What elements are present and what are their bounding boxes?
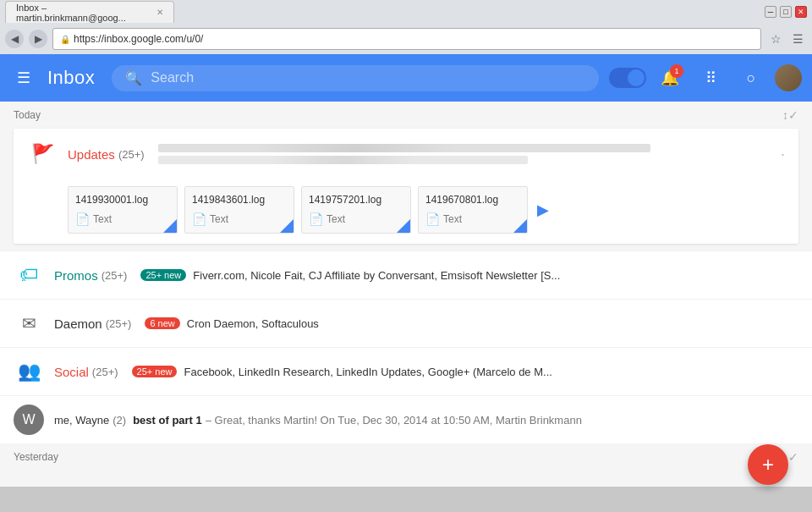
promos-label: Promos	[54, 268, 98, 283]
menu-icon[interactable]: ☰	[788, 30, 807, 48]
attachment-2-filename: 1419843601.log	[185, 187, 294, 209]
tab-close-btn[interactable]: ✕	[156, 8, 163, 17]
promos-row[interactable]: 🏷 Promos (25+) 25+ new Fiverr.com, Nicol…	[0, 250, 812, 299]
more-attachments-icon[interactable]: ▶	[535, 186, 551, 234]
doc-icon-4: 📄	[425, 212, 440, 226]
star-icon[interactable]: ☆	[766, 30, 785, 48]
maximize-btn[interactable]: □	[780, 6, 792, 18]
preview-blur-1	[158, 144, 651, 152]
attachment-2[interactable]: 1419843601.log 📄 Text	[184, 186, 294, 234]
yesterday-label: Yesterday	[14, 451, 58, 463]
daemon-icon: ✉	[14, 308, 44, 339]
toggle-circle	[628, 69, 645, 86]
inbox-app: ☰ Inbox 🔍 🔔 1 ⠿ ○ Today ↕✓	[0, 54, 812, 487]
attachment-1-filename: 1419930001.log	[69, 187, 177, 209]
inbox-logo: Inbox	[47, 67, 95, 89]
preview-blur-2	[158, 156, 528, 164]
social-label: Social	[54, 365, 89, 379]
tab-title: Inbox – martin.brinkmann@goog...	[16, 3, 151, 23]
social-senders: Facebook, LinkedIn Research, LinkedIn Up…	[184, 366, 798, 378]
daemon-label: Daemon	[54, 317, 102, 331]
notification-btn[interactable]: 🔔 1	[653, 61, 687, 95]
attachment-3-filename: 1419757201.log	[302, 187, 410, 209]
today-sort-icon[interactable]: ↕✓	[782, 108, 798, 122]
search-icon: 🔍	[125, 70, 142, 86]
attachment-3-type: Text	[326, 213, 345, 225]
wayne-row[interactable]: W me, Wayne (2) best of part 1 – Great, …	[0, 395, 812, 443]
updates-flag-icon: 🚩	[27, 139, 58, 169]
social-row[interactable]: 👥 Social (25+) 25+ new Facebook, LinkedI…	[0, 347, 812, 395]
daemon-row[interactable]: ✉ Daemon (25+) 6 new Cron Daemon, Softac…	[0, 299, 812, 347]
updates-bundle-card[interactable]: 🚩 Updates (25+) · 1419930001.log 📄 Text	[14, 129, 798, 244]
search-bar[interactable]: 🔍	[112, 65, 599, 91]
back-btn[interactable]: ◀	[5, 30, 24, 48]
nav-bar: ◀ ▶ 🔒 https://inbox.google.com/u/0/ ☆ ☰	[0, 24, 812, 54]
daemon-count: (25+)	[106, 317, 132, 330]
avatar[interactable]	[775, 64, 802, 91]
attachment-1-type: Text	[93, 213, 112, 225]
attachment-2-type: Text	[210, 213, 228, 225]
apps-btn[interactable]: ⠿	[694, 61, 727, 95]
compose-fab[interactable]: +	[748, 444, 788, 485]
close-btn[interactable]: ✕	[795, 6, 807, 18]
updates-count: (25+)	[118, 148, 145, 161]
wayne-sender: me, Wayne	[54, 414, 109, 427]
attachment-4-type: Text	[443, 213, 462, 225]
daemon-senders: Cron Daemon, Softaculous	[187, 317, 798, 330]
bundle-toggle[interactable]	[609, 68, 646, 88]
attachment-2-corner	[280, 219, 294, 233]
title-bar: Inbox – martin.brinkmann@goog... ✕ ─ □ ✕	[0, 0, 812, 24]
url-text: https://inbox.google.com/u/0/	[74, 33, 754, 45]
doc-icon-1: 📄	[75, 212, 90, 226]
attachment-1[interactable]: 1419930001.log 📄 Text	[68, 186, 178, 234]
attachment-4-filename: 1419670801.log	[419, 187, 527, 209]
today-section-header: Today ↕✓	[0, 102, 812, 129]
promos-senders: Fiverr.com, Nicole Fait, CJ Affiliate by…	[193, 269, 798, 282]
updates-label: Updates	[68, 147, 115, 162]
assistant-btn[interactable]: ○	[734, 61, 768, 95]
yesterday-section-header: Yesterday ↕✓	[0, 443, 812, 471]
promos-count: (25+)	[102, 269, 128, 282]
inbox-main[interactable]: Today ↕✓ 🚩 Updates (25+) · 1419930001	[0, 102, 812, 487]
wayne-avatar: W	[14, 405, 44, 435]
hamburger-btn[interactable]: ☰	[10, 62, 37, 94]
compose-icon: +	[762, 453, 774, 476]
inbox-header: ☰ Inbox 🔍 🔔 1 ⠿ ○	[0, 54, 812, 102]
search-input[interactable]	[151, 70, 585, 85]
updates-more-icon: ·	[774, 146, 785, 163]
attachment-4[interactable]: 1419670801.log 📄 Text	[418, 186, 528, 234]
updates-preview	[158, 144, 774, 164]
social-icon: 👥	[14, 356, 44, 387]
today-label: Today	[14, 109, 41, 121]
wayne-snippet: – Great, thanks Martin! On Tue, Dec 30, …	[206, 414, 798, 427]
attachments-row: 1419930001.log 📄 Text 1419843601.log 📄 T…	[14, 179, 798, 244]
doc-icon-3: 📄	[309, 212, 323, 226]
promos-badge: 25+ new	[140, 269, 186, 281]
social-badge: 25+ new	[132, 366, 178, 377]
promos-icon: 🏷	[14, 260, 44, 290]
lock-icon: 🔒	[60, 35, 70, 44]
wayne-avatar-letter: W	[22, 412, 35, 427]
attachment-3-corner	[397, 219, 410, 233]
daemon-badge: 6 new	[145, 317, 179, 329]
minimize-btn[interactable]: ─	[765, 6, 776, 18]
forward-btn[interactable]: ▶	[29, 30, 47, 48]
browser-tab[interactable]: Inbox – martin.brinkmann@goog... ✕	[5, 1, 174, 23]
url-bar[interactable]: 🔒 https://inbox.google.com/u/0/	[52, 28, 761, 50]
updates-bundle-row[interactable]: 🚩 Updates (25+) ·	[14, 129, 798, 179]
social-count: (25+)	[92, 366, 118, 378]
attachment-4-corner	[513, 219, 527, 233]
notification-badge: 1	[670, 64, 683, 78]
attachment-3[interactable]: 1419757201.log 📄 Text	[301, 186, 411, 234]
header-icons: 🔔 1 ⠿ ○	[609, 61, 802, 95]
avatar-img	[775, 64, 802, 91]
doc-icon-2: 📄	[192, 212, 206, 226]
wayne-subject: best of part 1	[133, 414, 202, 427]
wayne-count: (2)	[112, 414, 126, 427]
attachment-1-corner	[163, 219, 177, 233]
